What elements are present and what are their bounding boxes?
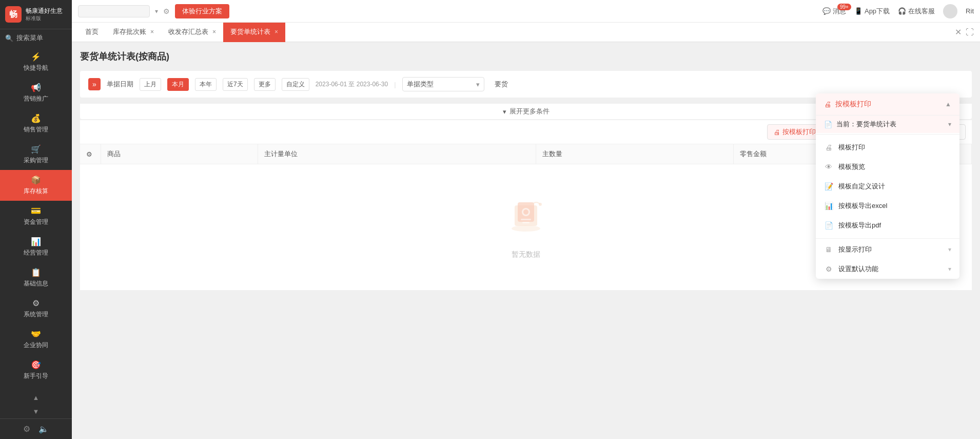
msg-icon: 💬	[822, 7, 831, 15]
dropdown-item-template-preview[interactable]: 👁 模板预览	[816, 157, 959, 177]
display-icon: 🖥	[824, 245, 833, 254]
date-range-text: 2023-06-01 至 2023-06-30	[316, 80, 388, 89]
app-download-icon: 📱	[854, 7, 863, 15]
settings-bottom-icon[interactable]: ⚙	[23, 424, 30, 434]
filter-expand-btn[interactable]: »	[88, 78, 101, 90]
sidebar-item-system[interactable]: ⚙ 系统管理	[0, 293, 72, 324]
col-settings-icon[interactable]: ⚙	[86, 150, 92, 158]
dropdown-print-icon: 🖨	[824, 100, 831, 108]
topbar-username[interactable]: Rit	[966, 7, 974, 15]
topbar-app-download[interactable]: 📱 App下载	[854, 7, 890, 16]
sidebar-scroll-up[interactable]: ▲	[0, 391, 72, 405]
print-dropdown: 🖨 按模板打印 ▲ 📄 当前：要货单统计表 ▾ 🖨 模板打印 👁	[816, 93, 959, 279]
expand-more-icon: ▾	[503, 108, 506, 116]
sidebar-item-operation[interactable]: 📊 经营管理	[0, 232, 72, 262]
sidebar-item-shortcut[interactable]: ⚡ 快捷导航	[0, 47, 72, 78]
sidebar-scroll-down[interactable]: ▼	[0, 405, 72, 418]
dropdown-item-template-pdf[interactable]: 📄 按模板导出pdf	[816, 216, 959, 235]
yh-label: 要货	[495, 80, 508, 89]
set-default-icon: ⚙	[824, 265, 833, 273]
tab-inventory-batch[interactable]: 库存批次账 ×	[106, 23, 161, 42]
sales-icon: 💰	[31, 113, 41, 123]
svg-point-0	[512, 225, 540, 232]
topbar-msg[interactable]: 💬 消息 99+	[822, 7, 846, 16]
sidebar-item-inventory[interactable]: 📦 库存核算	[0, 170, 72, 201]
dropdown-item-template-design[interactable]: 📝 模板自定义设计	[816, 177, 959, 196]
col-quantity: 主数量	[536, 144, 734, 164]
tabbar-right: ✕ ⛶	[955, 27, 974, 37]
col-settings[interactable]: ⚙	[80, 144, 101, 164]
date-btn-7days[interactable]: 近7天	[223, 78, 248, 91]
sidebar-item-cooperation[interactable]: 🤝 企业协同	[0, 324, 72, 355]
svg-rect-6	[522, 222, 530, 223]
sidebar-item-marketing[interactable]: 📢 营销推广	[0, 78, 72, 108]
system-icon: ⚙	[32, 298, 40, 308]
date-btn-this-month[interactable]: 本月	[167, 78, 189, 91]
dropdown-item-template-print[interactable]: 🖨 模板打印	[816, 138, 959, 157]
display-print-left: 🖥 按显示打印	[824, 245, 872, 254]
date-btn-more[interactable]: 更多	[254, 78, 276, 91]
sidebar-item-sales[interactable]: 💰 销售管理	[0, 108, 72, 139]
dropdown-item-template-excel[interactable]: 📊 按模板导出excel	[816, 196, 959, 216]
sidebar-nav: ⚡ 快捷导航 📢 营销推广 💰 销售管理 🛒 采购管理 📦 库存核算 💳 资金管…	[0, 47, 72, 391]
tab-order-stats[interactable]: 要货单统计表 ×	[223, 23, 285, 42]
sidebar-item-apps[interactable]: 🔲 应用中心	[0, 386, 72, 391]
current-template-label[interactable]: 📄 当前：要货单统计表 ▾	[816, 116, 959, 133]
design-icon: 📝	[824, 182, 833, 190]
sidebar-item-guide[interactable]: 🎯 新手引导	[0, 355, 72, 386]
sidebar: 畅 畅康通好生意 标准版 🔍 搜索菜单 ⚡ 快捷导航 📢 营销推广 💰 销售管理…	[0, 0, 72, 439]
topbar-avatar[interactable]	[943, 4, 957, 18]
type-filter-chevron-icon: ▾	[476, 81, 480, 88]
finance-icon: 💳	[31, 206, 41, 216]
sidebar-search[interactable]: 🔍 搜索菜单	[0, 29, 72, 47]
dropdown-item-set-default[interactable]: ⚙ 设置默认功能 ▾	[816, 259, 959, 279]
tab-close-all-icon[interactable]: ✕	[955, 27, 962, 37]
sidebar-item-purchase[interactable]: 🛒 采购管理	[0, 139, 72, 170]
dropdown-collapse-icon[interactable]: ▲	[945, 101, 951, 108]
set-default-left: ⚙ 设置默认功能	[824, 264, 878, 274]
printer-icon: 🖨	[824, 143, 833, 151]
page-content: 要货单统计表(按商品) » 单据日期 上月 本月 本年 近7天 更多 自定义 2…	[72, 42, 980, 439]
print-icon: 🖨	[774, 128, 780, 136]
topbar-search-input[interactable]	[78, 5, 150, 17]
col-product: 商品	[101, 144, 258, 164]
inventory-icon: 📦	[31, 175, 41, 185]
current-label-icon: 📄	[824, 121, 832, 128]
topbar-settings-icon[interactable]: ⚙	[163, 7, 170, 15]
industry-btn[interactable]: 体验行业方案	[175, 4, 229, 18]
tab-receipt-summary-close[interactable]: ×	[212, 28, 216, 35]
preview-icon: 👁	[824, 163, 833, 171]
set-default-chevron-icon: ▾	[948, 265, 951, 273]
date-btn-this-year[interactable]: 本年	[195, 78, 217, 91]
shortcut-icon: ⚡	[31, 52, 41, 62]
tab-receipt-summary[interactable]: 收发存汇总表 ×	[161, 23, 223, 42]
dropdown-divider-1	[816, 134, 959, 135]
tabbar: 首页 库存批次账 × 收发存汇总表 × 要货单统计表 × ✕ ⛶	[72, 23, 980, 42]
dropdown-item-display-print[interactable]: 🖥 按显示打印 ▾	[816, 240, 959, 259]
guide-icon: 🎯	[31, 360, 41, 370]
tab-expand-icon[interactable]: ⛶	[966, 28, 974, 37]
basic-icon: 📋	[31, 268, 41, 277]
date-btn-last-month[interactable]: 上月	[140, 78, 161, 91]
svg-rect-5	[521, 219, 531, 220]
logo-icon: 畅	[5, 6, 22, 23]
col-unit: 主计量单位	[258, 144, 536, 164]
sidebar-bottom: ⚙ 🔈	[0, 418, 72, 439]
cooperation-icon: 🤝	[31, 329, 41, 339]
sidebar-item-finance[interactable]: 💳 资金管理	[0, 201, 72, 232]
topbar: ▾ ⚙ 体验行业方案 💬 消息 99+ 📱 App下载 🎧 在线客服 Rit	[72, 0, 980, 23]
type-filter-select[interactable]: 单据类型 ▾	[402, 77, 484, 91]
tab-inventory-batch-close[interactable]: ×	[150, 28, 154, 35]
excel-icon: 📊	[824, 202, 833, 210]
topbar-search-chevron[interactable]: ▾	[155, 8, 158, 15]
topbar-search-wrap	[78, 5, 150, 17]
sidebar-item-basic[interactable]: 📋 基础信息	[0, 262, 72, 293]
tab-home[interactable]: 首页	[78, 23, 106, 42]
operation-icon: 📊	[31, 237, 41, 246]
app-logo[interactable]: 畅 畅康通好生意 标准版	[0, 0, 72, 29]
dropdown-header-left: 🖨 按模板打印	[824, 100, 871, 109]
tab-order-stats-close[interactable]: ×	[275, 28, 278, 35]
date-btn-custom[interactable]: 自定义	[282, 78, 309, 91]
topbar-online-service[interactable]: 🎧 在线客服	[898, 7, 935, 16]
sound-icon[interactable]: 🔈	[38, 424, 49, 434]
